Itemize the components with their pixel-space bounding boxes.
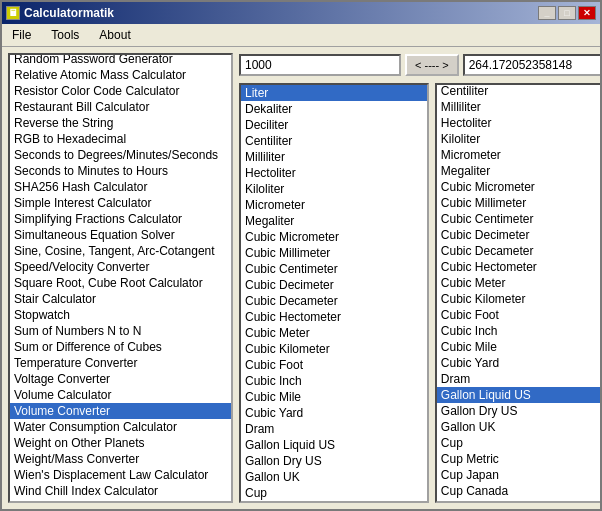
convert-button[interactable]: < ---- > [405, 54, 459, 76]
list-item[interactable]: Weight/Mass Converter [10, 451, 231, 467]
top-controls: < ---- > [239, 53, 600, 77]
close-button[interactable]: ✕ [578, 6, 596, 20]
unit-item[interactable]: Cubic Hectometer [241, 309, 427, 325]
list-item[interactable]: Simple Interest Calculator [10, 195, 231, 211]
unit-item[interactable]: Micrometer [437, 147, 600, 163]
title-bar-left: 🖩 Calculatormatik [6, 6, 114, 20]
unit-item[interactable]: Cubic Centimeter [241, 261, 427, 277]
list-item[interactable]: Volume Converter [10, 403, 231, 419]
unit-item[interactable]: Dram [437, 371, 600, 387]
unit-item[interactable]: Dekaliter [241, 101, 427, 117]
list-item[interactable]: Wind Chill Index Calculator [10, 483, 231, 499]
from-unit-panel: LiterDekaliterDeciliterCentiliterMillili… [239, 83, 429, 503]
list-item[interactable]: Seconds to Minutes to Hours [10, 163, 231, 179]
unit-item[interactable]: Cubic Yard [241, 405, 427, 421]
unit-item[interactable]: Hectoliter [437, 115, 600, 131]
unit-item[interactable]: Cubic Hectometer [437, 259, 600, 275]
list-item[interactable]: Simplifying Fractions Calculator [10, 211, 231, 227]
list-item[interactable]: Sum or Difference of Cubes [10, 339, 231, 355]
unit-item[interactable]: Megaliter [437, 163, 600, 179]
unit-item[interactable]: Gallon UK [241, 469, 427, 485]
list-item[interactable]: Restaurant Bill Calculator [10, 99, 231, 115]
unit-item[interactable]: Cubic Meter [241, 325, 427, 341]
value-input[interactable] [239, 54, 401, 76]
unit-item[interactable]: Gallon Dry US [241, 453, 427, 469]
unit-item[interactable]: Cubic Yard [437, 355, 600, 371]
from-unit-list[interactable]: LiterDekaliterDeciliterCentiliterMillili… [241, 85, 427, 501]
unit-item[interactable]: Gallon Dry US [437, 403, 600, 419]
result-output[interactable] [463, 54, 600, 76]
calculator-list[interactable]: Profit CalculatorProportion CalculatorQu… [10, 55, 231, 501]
maximize-button[interactable]: □ [558, 6, 576, 20]
unit-item[interactable]: Liter [241, 85, 427, 101]
list-item[interactable]: Resistor Color Code Calculator [10, 83, 231, 99]
unit-item[interactable]: Cubic Meter [437, 275, 600, 291]
list-item[interactable]: Water Consumption Calculator [10, 419, 231, 435]
list-item[interactable]: Seconds to Degrees/Minutes/Seconds [10, 147, 231, 163]
unit-item[interactable]: Cup [241, 485, 427, 501]
unit-item[interactable]: Centiliter [437, 85, 600, 99]
unit-item[interactable]: Micrometer [241, 197, 427, 213]
unit-item[interactable]: Milliliter [241, 149, 427, 165]
unit-item[interactable]: Kiloliter [437, 131, 600, 147]
unit-lists-row: LiterDekaliterDeciliterCentiliterMillili… [239, 83, 600, 503]
unit-item[interactable]: Dram [241, 421, 427, 437]
unit-item[interactable]: Cup Metric [437, 451, 600, 467]
menu-tools[interactable]: Tools [45, 26, 85, 44]
list-item[interactable]: Zodiac Calculator [10, 499, 231, 501]
list-item[interactable]: Simultaneous Equation Solver [10, 227, 231, 243]
menu-about[interactable]: About [93, 26, 136, 44]
main-window: 🖩 Calculatormatik _ □ ✕ File Tools About… [0, 0, 602, 511]
list-item[interactable]: Speed/Velocity Converter [10, 259, 231, 275]
unit-item[interactable]: Megaliter [241, 213, 427, 229]
unit-item[interactable]: Cubic Centimeter [437, 211, 600, 227]
list-item[interactable]: Stair Calculator [10, 291, 231, 307]
list-item[interactable]: Voltage Converter [10, 371, 231, 387]
unit-item[interactable]: Gallon Liquid US [437, 387, 600, 403]
list-item[interactable]: Random Password Generator [10, 55, 231, 67]
unit-item[interactable]: Cubic Millimeter [241, 245, 427, 261]
unit-item[interactable]: Cup Japan [437, 467, 600, 483]
unit-item[interactable]: Cubic Micrometer [241, 229, 427, 245]
list-item[interactable]: Sum of Numbers N to N [10, 323, 231, 339]
unit-item[interactable]: Cubic Micrometer [437, 179, 600, 195]
unit-item[interactable]: Milliliter [437, 99, 600, 115]
list-item[interactable]: Relative Atomic Mass Calculator [10, 67, 231, 83]
list-item[interactable]: RGB to Hexadecimal [10, 131, 231, 147]
unit-item[interactable]: Gallon Liquid US [241, 437, 427, 453]
unit-item[interactable]: Cubic Millimeter [437, 195, 600, 211]
unit-item[interactable]: Deciliter [241, 117, 427, 133]
unit-item[interactable]: Cubic Decimeter [437, 227, 600, 243]
unit-item[interactable]: Cubic Foot [437, 307, 600, 323]
unit-item[interactable]: Cubic Decameter [241, 293, 427, 309]
list-item[interactable]: Stopwatch [10, 307, 231, 323]
unit-item[interactable]: Gallon UK [437, 419, 600, 435]
unit-item[interactable]: Kiloliter [241, 181, 427, 197]
unit-item[interactable]: Cup Canada [437, 483, 600, 499]
list-item[interactable]: Sine, Cosine, Tangent, Arc-Cotangent [10, 243, 231, 259]
unit-item[interactable]: Cubic Mile [241, 389, 427, 405]
unit-item[interactable]: Cubic Decameter [437, 243, 600, 259]
list-item[interactable]: Weight on Other Planets [10, 435, 231, 451]
unit-item[interactable]: Hectoliter [241, 165, 427, 181]
unit-item[interactable]: Cubic Mile [437, 339, 600, 355]
unit-item[interactable]: Cubic Kilometer [241, 341, 427, 357]
list-item[interactable]: SHA256 Hash Calculator [10, 179, 231, 195]
to-unit-list[interactable]: LiterDekaliterDeciliterCentiliterMillili… [437, 85, 600, 501]
unit-item[interactable]: Cubic Decimeter [241, 277, 427, 293]
unit-item[interactable]: Cup [437, 435, 600, 451]
list-item[interactable]: Reverse the String [10, 115, 231, 131]
list-item[interactable]: Wien's Displacement Law Calculator [10, 467, 231, 483]
list-item[interactable]: Volume Calculator [10, 387, 231, 403]
unit-item[interactable]: Cubic Inch [437, 323, 600, 339]
menu-file[interactable]: File [6, 26, 37, 44]
unit-item[interactable]: Centiliter [241, 133, 427, 149]
unit-item[interactable]: Teaspoon [437, 499, 600, 501]
converter-panel: < ---- > LiterDekaliterDeciliterCentilit… [239, 53, 600, 503]
minimize-button[interactable]: _ [538, 6, 556, 20]
unit-item[interactable]: Cubic Inch [241, 373, 427, 389]
list-item[interactable]: Square Root, Cube Root Calculator [10, 275, 231, 291]
unit-item[interactable]: Cubic Foot [241, 357, 427, 373]
unit-item[interactable]: Cubic Kilometer [437, 291, 600, 307]
list-item[interactable]: Temperature Converter [10, 355, 231, 371]
